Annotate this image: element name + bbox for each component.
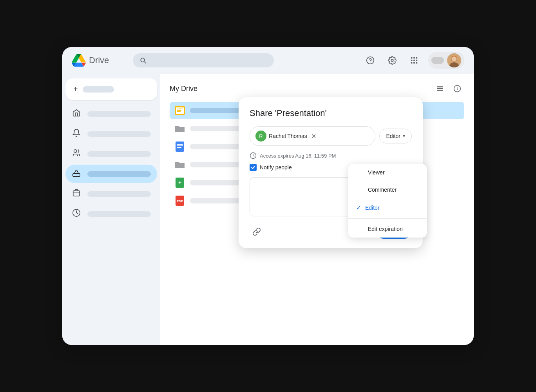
main-header: My Drive [170, 82, 464, 96]
svg-point-1 [370, 62, 371, 62]
svg-point-2 [391, 59, 393, 62]
sidebar-item-my-drive[interactable] [65, 165, 157, 183]
clock-icon [250, 152, 257, 159]
svg-rect-18 [73, 191, 80, 196]
svg-rect-34 [177, 147, 181, 148]
docs-icon [174, 141, 185, 152]
svg-rect-9 [411, 62, 413, 64]
role-option-commenter-label: Commenter [368, 187, 397, 193]
svg-rect-33 [177, 145, 183, 146]
svg-rect-7 [413, 60, 415, 61]
sidebar-item-shared-drives[interactable] [65, 185, 157, 203]
page-title: My Drive [170, 85, 197, 93]
role-option-editor-label: Editor [365, 205, 380, 211]
new-button-label [83, 86, 114, 93]
help-button[interactable] [362, 53, 378, 68]
sidebar-item-notifications[interactable] [65, 125, 157, 143]
folder-icon [174, 159, 185, 170]
role-option-edit-expiration[interactable]: Edit expiration [348, 220, 427, 238]
sidebar-item-recent[interactable] [65, 205, 157, 223]
person-chip: R Rachel Thomas ✕ [255, 131, 316, 142]
svg-rect-5 [416, 57, 418, 59]
list-view-icon [436, 85, 444, 93]
svg-rect-21 [437, 88, 443, 89]
sidebar-my-drive-label [87, 171, 151, 177]
share-dialog: Share 'Presentation' R Rachel Thomas ✕ [239, 97, 423, 248]
role-option-editor[interactable]: ✓ Editor [348, 198, 427, 217]
account-avatar-area[interactable] [428, 52, 464, 69]
search-input[interactable] [150, 56, 268, 64]
forms-icon: + [174, 177, 185, 188]
share-dialog-title: Share 'Presentation' [250, 108, 412, 118]
svg-point-16 [74, 150, 77, 152]
app-window: Drive [62, 47, 474, 345]
svg-rect-30 [177, 111, 181, 112]
svg-text:PDF: PDF [177, 200, 183, 203]
home-icon [72, 109, 81, 119]
logo-area: Drive [72, 53, 127, 67]
copy-link-button[interactable] [250, 225, 264, 239]
new-button[interactable]: + [65, 78, 157, 100]
sidebar-item-people[interactable] [65, 145, 157, 163]
sidebar-item-home[interactable] [65, 105, 157, 123]
role-label: Editor [386, 133, 400, 139]
main-header-icons [433, 82, 464, 96]
sidebar-recent-label [87, 211, 151, 217]
info-button[interactable] [450, 82, 464, 96]
drive-logo-icon [72, 53, 86, 67]
role-option-edit-expiration-label: Edit expiration [368, 226, 403, 232]
new-plus-icon: + [73, 85, 78, 94]
role-option-viewer[interactable]: Viewer [348, 164, 427, 181]
app-title: Drive [89, 55, 109, 65]
sidebar: + [62, 74, 160, 345]
shared-drives-icon [72, 189, 81, 199]
access-info: Access expires Aug 16, 11:59 PM [250, 152, 412, 159]
slides-icon [174, 105, 185, 116]
person-name: Rachel Thomas [269, 133, 307, 139]
clock-icon [72, 209, 81, 219]
svg-rect-8 [416, 60, 418, 61]
svg-rect-22 [437, 90, 443, 91]
sidebar-notifications-label [87, 131, 151, 137]
svg-rect-31 [176, 142, 184, 152]
apps-button[interactable] [406, 53, 422, 68]
role-dropdown-menu: Viewer Commenter ✓ Editor [348, 164, 427, 238]
search-bar[interactable] [133, 53, 274, 67]
drive-icon [72, 169, 81, 179]
svg-rect-11 [416, 62, 418, 64]
screen-wrapper: Drive [0, 0, 536, 392]
sidebar-people-label [87, 151, 151, 157]
person-initial: R [259, 133, 263, 139]
help-icon [366, 56, 375, 65]
chip-close-button[interactable]: ✕ [311, 132, 316, 140]
editor-check-icon: ✓ [356, 204, 361, 211]
chevron-down-icon: ▾ [403, 133, 405, 139]
svg-rect-4 [413, 57, 415, 59]
list-view-button[interactable] [433, 82, 447, 96]
person-avatar: R [255, 131, 266, 142]
header-right [362, 52, 464, 69]
people-input[interactable]: R Rachel Thomas ✕ [250, 126, 375, 146]
svg-rect-28 [177, 109, 183, 109]
bell-icon [72, 129, 81, 139]
divider [348, 218, 427, 219]
avatar [447, 53, 461, 67]
body-area: + [62, 74, 474, 345]
sidebar-shared-drives-label [87, 191, 151, 197]
svg-rect-20 [437, 86, 443, 87]
settings-button[interactable] [384, 53, 400, 68]
role-selector[interactable]: Editor ▾ [379, 129, 412, 143]
notify-checkbox[interactable] [250, 164, 257, 171]
people-icon [72, 149, 81, 159]
svg-rect-10 [413, 62, 415, 64]
role-option-commenter[interactable]: Commenter [348, 181, 427, 198]
svg-rect-6 [411, 60, 413, 61]
svg-rect-17 [73, 174, 80, 176]
svg-point-15 [452, 56, 456, 61]
gear-icon [388, 56, 397, 65]
svg-rect-32 [177, 144, 183, 145]
folder-icon [174, 123, 185, 134]
notify-people-label: Notify people [260, 164, 292, 171]
search-icon [139, 56, 147, 64]
access-expires-text: Access expires Aug 16, 11:59 PM [260, 153, 336, 159]
